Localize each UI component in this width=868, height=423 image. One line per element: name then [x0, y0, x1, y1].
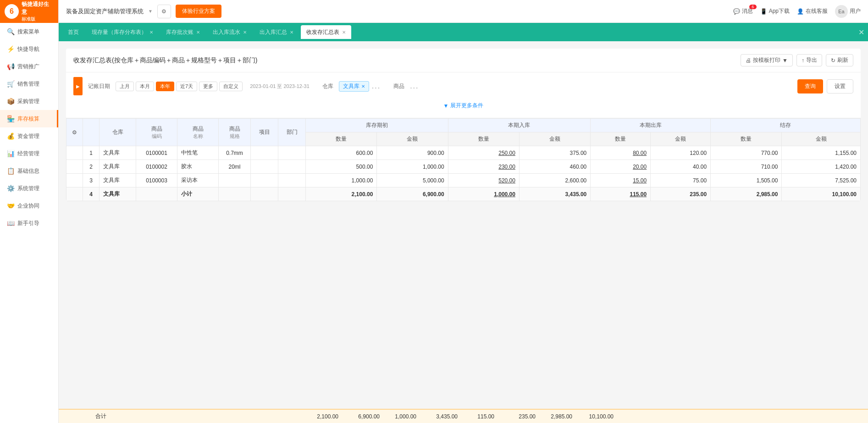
sidebar-item-sales[interactable]: 🛒 销售管理: [0, 75, 58, 93]
page-header-actions: 🖨 按模板打印 ▼ ↑ 导出 ↻ 刷新: [741, 54, 853, 66]
tab-close-5[interactable]: ✕: [342, 30, 346, 35]
subtotal-start-amt: 6,900.00: [377, 187, 448, 201]
th-bal-qty: 数量: [711, 132, 782, 146]
download-icon: 📱: [760, 8, 767, 15]
date-btn-last-month[interactable]: 上月: [116, 82, 134, 91]
date-btn-this-month[interactable]: 本月: [136, 82, 154, 91]
date-btn-7days[interactable]: 近7天: [176, 82, 197, 91]
total-start-qty: 2,100.00: [302, 413, 338, 420]
sidebar-label-marketing: 营销推广: [17, 63, 39, 71]
user-area[interactable]: Ea 用户: [835, 5, 861, 18]
row-out-qty-1: 20.00: [591, 160, 651, 174]
row-name-0: 中性笔: [177, 146, 219, 160]
row-warehouse-2: 文具库: [100, 174, 136, 187]
tab-close-1[interactable]: ✕: [149, 30, 153, 35]
export-btn[interactable]: ↑ 导出: [796, 54, 822, 66]
goods-filter-label: 商品: [393, 82, 404, 90]
warehouse-tags: 文具库 ✕ ...: [339, 81, 381, 92]
subtotal-num: 4: [83, 187, 100, 201]
th-code: 商品编码: [136, 119, 177, 146]
total-bal-qty: 2,985.00: [536, 413, 572, 420]
total-in-qty: 1,000.00: [380, 413, 416, 420]
filter-row-1: ▶ 记账日期 上月 本月 本年 近7天 更多 自定义 2023-01-01 至 …: [73, 77, 853, 95]
goods-dots[interactable]: ...: [410, 82, 419, 90]
online-service-btn[interactable]: 👤 在线客服: [797, 7, 828, 15]
th-out-amt: 金额: [651, 132, 711, 146]
filter-settings-btn[interactable]: 设置: [827, 79, 853, 93]
row-start-amt-1: 1,000.00: [377, 160, 448, 174]
switch-print-btn[interactable]: 🖨 按模板打印 ▼: [741, 54, 793, 66]
row-start-qty-1: 500.00: [306, 160, 377, 174]
sidebar-item-enterprise[interactable]: 🤝 企业协同: [0, 197, 58, 214]
date-btn-custom[interactable]: 自定义: [219, 82, 243, 91]
tab-close-4[interactable]: ✕: [290, 30, 293, 35]
system-dropdown[interactable]: ▼: [148, 9, 153, 14]
tab-1[interactable]: 现存量（库存分布表）✕: [86, 25, 159, 39]
sidebar-item-system[interactable]: ⚙️ 系统管理: [0, 180, 58, 197]
tab-close-2[interactable]: ✕: [196, 30, 200, 35]
enterprise-icon: 🤝: [6, 202, 15, 210]
tab-5[interactable]: 收发存汇总表✕: [301, 25, 351, 39]
row-start-qty-0: 600.00: [306, 146, 377, 160]
sidebar-item-inventory[interactable]: 🏪 库存核算: [0, 110, 58, 127]
row-bal-amt-0: 1,155.00: [782, 146, 861, 160]
refresh-btn[interactable]: ↻ 刷新: [826, 54, 853, 66]
sales-icon: 🛒: [6, 80, 15, 88]
column-settings-icon[interactable]: ⚙: [72, 129, 77, 136]
warehouse-dots[interactable]: ...: [372, 82, 381, 90]
filter-toggle-btn[interactable]: ▶: [73, 77, 83, 95]
date-btn-more[interactable]: 更多: [199, 82, 217, 91]
sidebar-item-search[interactable]: 🔍 搜索菜单: [0, 23, 58, 40]
sidebar-item-quick-nav[interactable]: ⚡ 快捷导航: [0, 40, 58, 58]
row-project-2: [251, 174, 278, 187]
close-all-tabs-btn[interactable]: ✕: [858, 28, 864, 37]
row-spec-0: 0.7mm: [219, 146, 251, 160]
th-start-amt: 金额: [377, 132, 448, 146]
sidebar-label-basic-info: 基础信息: [17, 167, 39, 175]
main-content: 首页现存量（库存分布表）✕库存批次账✕出入库流水✕出入库汇总✕收发存汇总表✕ ✕…: [59, 23, 868, 423]
tab-close-3[interactable]: ✕: [243, 30, 247, 35]
row-num-2: 3: [83, 174, 100, 187]
row-out-amt-2: 75.00: [651, 174, 711, 187]
tab-4[interactable]: 出入库汇总✕: [254, 25, 299, 39]
sidebar-item-guide[interactable]: 📖 新手引导: [0, 214, 58, 232]
total-out-qty: 115.00: [458, 413, 494, 420]
sidebar-item-marketing[interactable]: 📢 营销推广: [0, 58, 58, 75]
sidebar-label-finance: 资金管理: [17, 132, 39, 140]
notification-btn[interactable]: 💬 消息 6: [733, 7, 753, 15]
row-settings-1: [66, 160, 83, 174]
subtotal-bal-qty: 2,985.00: [711, 187, 782, 201]
row-in-qty-1: 230.00: [448, 160, 519, 174]
expand-conditions-btn[interactable]: ▼ 展开更多条件: [443, 102, 484, 110]
th-dept: 部门: [278, 119, 306, 146]
notification-count: 6: [749, 5, 757, 9]
row-bal-amt-2: 7,525.00: [782, 174, 861, 187]
tab-3[interactable]: 出入库流水✕: [207, 25, 252, 39]
sidebar-label-quick-nav: 快捷导航: [17, 45, 39, 53]
notification-icon: 💬: [733, 8, 740, 15]
total-out-amt: 235.00: [494, 413, 536, 420]
sidebar-item-finance[interactable]: 💰 资金管理: [0, 127, 58, 145]
online-service-label: 在线客服: [806, 7, 828, 15]
warehouse-tag-close[interactable]: ✕: [361, 84, 365, 89]
app-download-btn[interactable]: 📱 App下载: [760, 7, 790, 15]
row-out-qty-2: 15.00: [591, 174, 651, 187]
tabs-bar: 首页现存量（库存分布表）✕库存批次账✕出入库流水✕出入库汇总✕收发存汇总表✕ ✕: [59, 23, 868, 41]
expand-icon: ▼: [443, 103, 449, 109]
row-code-1: 0100002: [136, 160, 177, 174]
sidebar-item-basic-info[interactable]: 📋 基础信息: [0, 162, 58, 180]
sidebar-item-purchase[interactable]: 📦 采购管理: [0, 93, 58, 110]
row-out-qty-0: 80.00: [591, 146, 651, 160]
sidebar-item-operations[interactable]: 📊 经营管理: [0, 145, 58, 162]
settings-icon[interactable]: ⚙: [157, 5, 171, 18]
export-icon: ↑: [802, 57, 804, 64]
subtotal-label: 小计: [177, 187, 219, 201]
tab-0[interactable]: 首页: [62, 25, 84, 39]
header: 装备及固定资产辅助管理系统 ▼ ⚙ 体验行业方案 💬 消息 6 📱 App下载 …: [59, 0, 868, 23]
date-btn-this-year[interactable]: 本年: [156, 82, 174, 91]
tab-2[interactable]: 库存批次账✕: [160, 25, 205, 39]
row-settings-2: [66, 174, 83, 187]
trial-button[interactable]: 体验行业方案: [176, 5, 221, 18]
query-btn[interactable]: 查询: [797, 79, 823, 93]
inventory-icon: 🏪: [6, 115, 15, 123]
